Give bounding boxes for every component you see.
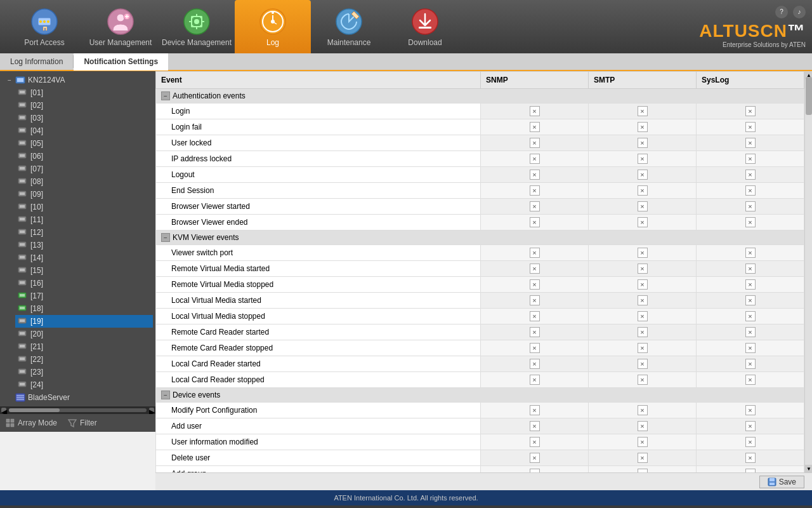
checkbox-cell[interactable]: × [589, 466, 697, 473]
event-row[interactable]: Local Card Reader stopped××× [156, 372, 804, 388]
checkbox-x-icon[interactable]: × [638, 201, 648, 211]
sidebar-port-04[interactable]: [04] [15, 124, 153, 137]
checkbox-cell[interactable]: × [589, 372, 697, 388]
checkbox-cell[interactable]: × [589, 434, 697, 450]
checkbox-cell[interactable]: × [481, 356, 589, 372]
collapse-btn-1[interactable]: − [161, 233, 170, 242]
array-mode-button[interactable]: Array Mode [5, 418, 57, 428]
checkbox-cell[interactable]: × [697, 372, 804, 388]
checkbox-cell[interactable]: × [589, 151, 697, 167]
checkbox-x-icon[interactable]: × [530, 138, 540, 148]
checkbox-cell[interactable]: × [481, 119, 589, 135]
checkbox-cell[interactable]: × [697, 324, 804, 340]
checkbox-cell[interactable]: × [481, 434, 589, 450]
event-row[interactable]: IP address locked××× [156, 151, 804, 167]
checkbox-x-icon[interactable]: × [745, 327, 756, 337]
checkbox-x-icon[interactable]: × [745, 311, 756, 321]
checkbox-cell[interactable]: × [589, 356, 697, 372]
checkbox-x-icon[interactable]: × [745, 170, 756, 180]
sidebar-port-09[interactable]: [09] [15, 188, 153, 201]
checkbox-x-icon[interactable]: × [530, 421, 540, 431]
checkbox-cell[interactable]: × [697, 356, 804, 372]
checkbox-cell[interactable]: × [589, 104, 697, 119]
sidebar-port-21[interactable]: [21] [15, 340, 153, 353]
scroll-right-btn[interactable]: ▶ [149, 408, 154, 413]
checkbox-cell[interactable]: × [589, 135, 697, 151]
event-row[interactable]: Add group××× [156, 466, 804, 473]
checkbox-cell[interactable]: × [697, 215, 804, 231]
vscroll-thumb[interactable] [806, 77, 812, 115]
event-row[interactable]: Remote Card Reader started××× [156, 324, 804, 340]
table-container[interactable]: Event SNMP SMTP SysLog −Authentication e… [155, 71, 804, 472]
checkbox-cell[interactable]: × [697, 119, 804, 135]
checkbox-cell[interactable]: × [589, 309, 697, 324]
checkbox-cell[interactable]: × [589, 119, 697, 135]
checkbox-x-icon[interactable]: × [638, 122, 648, 132]
checkbox-cell[interactable]: × [589, 450, 697, 466]
event-row[interactable]: Local Card Reader started××× [156, 356, 804, 372]
checkbox-x-icon[interactable]: × [745, 343, 756, 353]
event-row[interactable]: Modify Port Configuration××× [156, 403, 804, 418]
checkbox-cell[interactable]: × [589, 215, 697, 231]
event-row[interactable]: Logout××× [156, 167, 804, 183]
event-row[interactable]: Local Virtual Media started××× [156, 293, 804, 309]
sidebar-port-13[interactable]: [13] [15, 239, 153, 251]
event-row[interactable]: Viewer switch port××× [156, 245, 804, 261]
save-button[interactable]: Save [759, 476, 804, 488]
checkbox-cell[interactable]: × [481, 340, 589, 356]
checkbox-x-icon[interactable]: × [638, 264, 648, 274]
event-row[interactable]: Browser Viewer ended××× [156, 215, 804, 231]
sidebar-port-19[interactable]: [19] [15, 315, 153, 328]
nav-port-access[interactable]: Port Access [6, 0, 82, 53]
nav-log[interactable]: Log [235, 0, 311, 53]
checkbox-x-icon[interactable]: × [638, 154, 648, 164]
sidebar-port-22[interactable]: [22] [15, 353, 153, 366]
sidebar-port-17[interactable]: [17] [15, 290, 153, 302]
sidebar-port-10[interactable]: [10] [15, 201, 153, 213]
checkbox-x-icon[interactable]: × [745, 217, 756, 227]
checkbox-x-icon[interactable]: × [745, 405, 756, 415]
checkbox-x-icon[interactable]: × [638, 138, 648, 148]
checkbox-x-icon[interactable]: × [530, 264, 540, 274]
checkbox-x-icon[interactable]: × [530, 311, 540, 321]
sidebar-port-14[interactable]: [14] [15, 251, 153, 264]
event-row[interactable]: Add user××× [156, 418, 804, 434]
checkbox-x-icon[interactable]: × [530, 185, 540, 196]
checkbox-x-icon[interactable]: × [530, 327, 540, 337]
checkbox-x-icon[interactable]: × [745, 138, 756, 148]
checkbox-x-icon[interactable]: × [530, 122, 540, 132]
checkbox-x-icon[interactable]: × [530, 405, 540, 415]
checkbox-x-icon[interactable]: × [745, 201, 756, 211]
sidebar-port-07[interactable]: [07] [15, 163, 153, 175]
sidebar-port-23[interactable]: [23] [15, 366, 153, 378]
sidebar-port-03[interactable]: [03] [15, 112, 153, 124]
sidebar-port-01[interactable]: [01] [15, 86, 153, 99]
tab-notification-settings[interactable]: Notification Settings [74, 53, 168, 70]
checkbox-cell[interactable]: × [481, 403, 589, 418]
sidebar-port-08[interactable]: [08] [15, 175, 153, 188]
checkbox-cell[interactable]: × [481, 183, 589, 199]
sidebar-port-05[interactable]: [05] [15, 137, 153, 150]
sidebar-port-02[interactable]: [02] [15, 99, 153, 112]
checkbox-x-icon[interactable]: × [638, 405, 648, 415]
checkbox-x-icon[interactable]: × [638, 295, 648, 305]
checkbox-cell[interactable]: × [481, 309, 589, 324]
scroll-left-btn[interactable]: ◀ [1, 408, 6, 413]
checkbox-x-icon[interactable]: × [638, 248, 648, 258]
checkbox-cell[interactable]: × [697, 340, 804, 356]
checkbox-x-icon[interactable]: × [638, 359, 648, 369]
sound-icon[interactable]: ♪ [793, 6, 806, 18]
checkbox-cell[interactable]: × [589, 199, 697, 215]
checkbox-x-icon[interactable]: × [745, 359, 756, 369]
checkbox-cell[interactable]: × [697, 466, 804, 473]
vscroll-down[interactable]: ▼ [805, 465, 812, 472]
checkbox-cell[interactable]: × [697, 104, 804, 119]
checkbox-cell[interactable]: × [697, 199, 804, 215]
checkbox-cell[interactable]: × [481, 466, 589, 473]
checkbox-cell[interactable]: × [481, 372, 589, 388]
checkbox-x-icon[interactable]: × [745, 154, 756, 164]
sidebar-root-node[interactable]: − KN2124VA [3, 74, 153, 86]
event-row[interactable]: End Session××× [156, 183, 804, 199]
checkbox-cell[interactable]: × [697, 135, 804, 151]
checkbox-cell[interactable]: × [697, 245, 804, 261]
